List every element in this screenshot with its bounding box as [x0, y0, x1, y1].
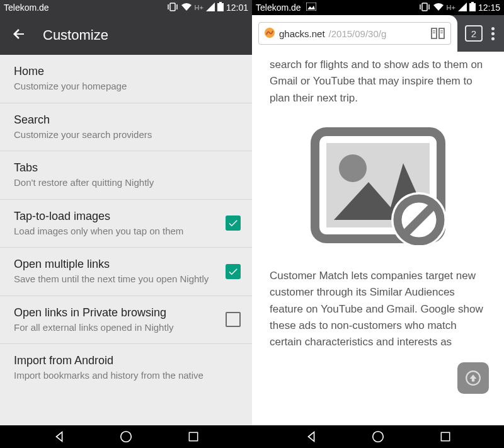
setting-tap-to-load-images[interactable]: Tap-to-load images Load images only when…	[0, 200, 252, 248]
nav-recents-button[interactable]	[185, 428, 202, 445]
status-bar: Telekom.de H+ 12:01	[0, 0, 252, 15]
svg-rect-10	[469, 3, 476, 11]
network-type-label: H+	[195, 4, 203, 11]
image-placeholder[interactable]	[270, 106, 486, 268]
setting-subtitle: For all external links opened in Nightly	[14, 321, 218, 334]
nav-home-button[interactable]	[370, 428, 386, 445]
setting-title: Import from Android	[14, 354, 241, 367]
nav-back-button[interactable]	[303, 428, 319, 445]
settings-screen: Telekom.de H+ 12:01	[0, 0, 252, 425]
setting-import-android[interactable]: Import from Android Import bookmarks and…	[0, 344, 252, 392]
tab-count-button[interactable]: 2	[465, 25, 483, 42]
nav-recents-button[interactable]	[437, 428, 454, 445]
status-bar: Telekom.de H+ 12:15	[252, 0, 504, 15]
setting-title: Home	[14, 65, 241, 78]
checkbox-checked[interactable]	[226, 264, 241, 279]
wifi-icon	[181, 3, 192, 13]
network-type-label: H+	[447, 4, 455, 11]
svg-rect-4	[217, 3, 224, 11]
article-paragraph: Customer Match lets companies target new…	[270, 268, 486, 351]
svg-point-18	[339, 154, 367, 182]
page-title: Customize	[43, 27, 108, 43]
setting-search[interactable]: Search Customize your search providers	[0, 103, 252, 152]
browser-screen: Telekom.de H+ 12:15	[252, 0, 504, 425]
menu-button[interactable]	[485, 27, 500, 40]
setting-subtitle: Load images only when you tap on them	[14, 225, 218, 238]
checkbox-checked[interactable]	[226, 215, 241, 231]
article-paragraph: search for flights and to show ads to th…	[270, 57, 486, 106]
signal-icon	[206, 3, 215, 13]
vibrate-icon	[419, 3, 430, 13]
setting-title: Open links in Private browsing	[14, 306, 218, 319]
checkbox-unchecked[interactable]	[226, 312, 241, 327]
vibrate-icon	[167, 3, 178, 13]
battery-icon	[469, 2, 476, 13]
svg-rect-5	[306, 3, 316, 11]
url-field[interactable]: ghacks.net/2015/09/30/g	[258, 22, 451, 45]
carrier-label: Telekom.de	[256, 3, 301, 13]
clock-label: 12:01	[226, 3, 248, 13]
page-content[interactable]: search for flights and to show ads to th…	[252, 52, 504, 425]
setting-title: Open multiple links	[14, 258, 218, 271]
app-bar: Customize	[0, 15, 252, 55]
signal-icon	[458, 3, 467, 13]
setting-title: Tap-to-load images	[14, 210, 218, 223]
clock-label: 12:15	[478, 3, 500, 13]
setting-subtitle: Save them until the next time you open N…	[14, 273, 218, 285]
browser-toolbar: ghacks.net/2015/09/30/g 2	[252, 15, 504, 52]
picture-icon	[306, 3, 316, 13]
settings-list: Home Customize your homepage Search Cust…	[0, 55, 252, 392]
setting-subtitle: Import bookmarks and history from the na…	[14, 369, 241, 382]
url-tab: ghacks.net/2015/09/30/g	[252, 15, 457, 52]
battery-icon	[217, 2, 224, 13]
carrier-label: Telekom.de	[4, 3, 49, 13]
svg-rect-0	[170, 3, 175, 11]
nav-home-button[interactable]	[118, 428, 134, 445]
url-domain: ghacks.net	[279, 28, 325, 39]
setting-subtitle: Don't restore after quitting Nightly	[14, 176, 241, 189]
back-icon[interactable]	[11, 26, 26, 44]
setting-subtitle: Customize your homepage	[14, 80, 241, 93]
setting-subtitle: Customize your search providers	[14, 129, 241, 141]
site-favicon-icon	[264, 27, 275, 40]
reader-mode-icon[interactable]	[430, 27, 445, 40]
svg-rect-26	[441, 432, 449, 440]
nav-back-button[interactable]	[51, 428, 67, 445]
setting-open-links-private[interactable]: Open links in Private browsing For all e…	[0, 296, 252, 345]
wifi-icon	[433, 3, 444, 13]
setting-home[interactable]: Home Customize your homepage	[0, 55, 252, 103]
setting-open-multiple-links[interactable]: Open multiple links Save them until the …	[0, 248, 252, 296]
setting-tabs[interactable]: Tabs Don't restore after quitting Nightl…	[0, 151, 252, 200]
svg-rect-24	[189, 432, 197, 440]
navigation-bar	[0, 425, 504, 448]
svg-rect-9	[471, 2, 474, 3]
svg-point-23	[121, 432, 132, 442]
svg-point-25	[373, 432, 384, 442]
blocked-image-icon	[309, 125, 447, 245]
url-path: /2015/09/30/g	[329, 28, 387, 39]
svg-rect-3	[219, 2, 222, 3]
scroll-to-top-button[interactable]	[457, 362, 489, 394]
setting-title: Search	[14, 113, 241, 127]
setting-title: Tabs	[14, 161, 241, 175]
arrow-up-icon	[465, 370, 481, 386]
svg-rect-6	[422, 3, 427, 11]
